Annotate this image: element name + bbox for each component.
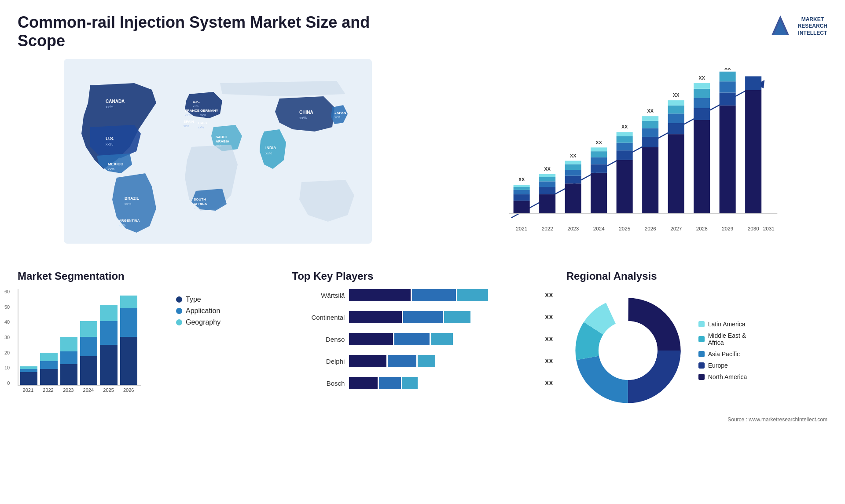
svg-point-109 (599, 321, 657, 380)
world-map-section: CANADA xx% U.S. xx% MEXICO xx% BRAZIL xx… (18, 59, 418, 257)
svg-text:GERMANY: GERMANY (200, 109, 219, 113)
y-label-40: 40 (4, 319, 10, 325)
player-bar-seg2 (394, 333, 430, 345)
legend-latin-america-dot (698, 321, 705, 327)
svg-rect-67 (642, 147, 658, 213)
svg-rect-44 (539, 187, 555, 194)
legend-asia-dot (698, 351, 705, 357)
seg-bar-2026 (120, 289, 137, 385)
svg-text:XX: XX (595, 140, 602, 145)
svg-rect-49 (565, 183, 581, 213)
svg-rect-70 (642, 121, 658, 128)
svg-rect-51 (565, 170, 581, 176)
legend-europe-label: Europe (708, 362, 728, 369)
seg-type-2023 (60, 364, 77, 385)
svg-rect-91 (745, 77, 761, 90)
svg-text:U.S.: U.S. (106, 136, 114, 141)
svg-rect-62 (617, 150, 633, 160)
svg-text:xx%: xx% (185, 113, 191, 117)
legend-type-dot (176, 296, 182, 303)
seg-geo-2025 (100, 305, 117, 321)
svg-text:xx%: xx% (184, 124, 189, 128)
page-title: Common-rail Injection System Market Size… (18, 13, 414, 50)
player-label-denso: XX (545, 336, 553, 343)
svg-rect-50 (565, 176, 581, 184)
player-label-wartsila: XX (545, 292, 553, 299)
svg-text:2031: 2031 (763, 226, 775, 232)
svg-rect-88 (720, 72, 736, 81)
svg-rect-87 (720, 81, 736, 92)
svg-rect-46 (539, 177, 555, 182)
regional-title: Regional Analysis (566, 270, 827, 282)
svg-rect-63 (617, 143, 633, 151)
y-label-10: 10 (4, 365, 10, 370)
key-players-title: Top Key Players (292, 270, 553, 282)
legend-application-dot (176, 308, 182, 314)
player-bar-seg3 (444, 311, 470, 323)
svg-text:CHINA: CHINA (299, 110, 313, 115)
svg-text:xx%: xx% (198, 126, 204, 129)
player-row-continental: Continental XX (292, 311, 553, 323)
player-bars-continental (349, 311, 538, 323)
segmentation-legend: Type Application Geography (176, 296, 220, 326)
player-row-wartsila: Wärtsilä XX (292, 289, 553, 301)
svg-rect-81 (694, 98, 710, 108)
player-label-continental: XX (545, 314, 553, 321)
y-label-20: 20 (4, 350, 10, 355)
player-row-denso: Denso XX (292, 333, 553, 345)
player-bar-seg3 (457, 289, 488, 301)
seg-geo-2024 (80, 321, 97, 337)
svg-text:XX: XX (647, 108, 654, 113)
seg-x-2024: 2024 (80, 387, 97, 393)
svg-text:MEXICO: MEXICO (108, 162, 124, 166)
player-bars-bosch (349, 377, 538, 389)
seg-type-2022 (40, 369, 57, 385)
logo-icon (767, 13, 794, 40)
y-label-30: 30 (4, 335, 10, 340)
player-bar-seg1 (349, 289, 411, 301)
seg-bar-2025 (100, 289, 117, 385)
legend-asia-label: Asia Pacific (708, 351, 740, 358)
svg-rect-80 (694, 108, 710, 120)
legend-middle-east-label: Middle East &Africa (708, 332, 746, 346)
legend-latin-america: Latin America (698, 321, 747, 328)
segmentation-title: Market Segmentation (18, 270, 279, 282)
player-bar-seg1 (349, 311, 402, 323)
svg-rect-61 (617, 160, 633, 214)
donut-container: Latin America Middle East &Africa Asia P… (566, 289, 827, 412)
player-bars-delphi (349, 355, 538, 367)
player-name-continental: Continental (292, 314, 345, 321)
svg-rect-43 (539, 194, 555, 214)
legend-geography-label: Geography (186, 318, 220, 326)
svg-text:xx%: xx% (265, 151, 272, 155)
svg-text:SAUDI: SAUDI (216, 135, 227, 139)
legend-north-america: North America (698, 373, 747, 380)
svg-text:ARABIA: ARABIA (216, 139, 229, 143)
seg-bar-2024 (80, 289, 97, 385)
legend-asia-pacific: Asia Pacific (698, 351, 747, 358)
svg-rect-71 (642, 116, 658, 121)
svg-rect-83 (694, 83, 710, 89)
svg-rect-39 (514, 190, 530, 194)
legend-north-america-label: North America (708, 373, 747, 380)
legend-latin-america-label: Latin America (708, 321, 746, 328)
bar-chart-svg: XX XX XX XX (436, 68, 819, 239)
svg-rect-59 (591, 147, 607, 151)
svg-rect-75 (668, 113, 684, 123)
world-map: CANADA xx% U.S. xx% MEXICO xx% BRAZIL xx… (18, 59, 418, 244)
player-label-bosch: XX (545, 380, 553, 387)
svg-text:xx%: xx% (194, 207, 199, 210)
svg-text:2023: 2023 (567, 226, 579, 232)
seg-app-2026 (120, 308, 137, 337)
legend-type-label: Type (186, 296, 201, 303)
svg-rect-86 (720, 93, 736, 106)
svg-rect-58 (591, 151, 607, 157)
seg-app-2023 (60, 351, 77, 364)
svg-rect-55 (591, 173, 607, 214)
page-header: Common-rail Injection System Market Size… (18, 13, 827, 50)
seg-bar-2023 (60, 289, 77, 385)
key-players-section: Top Key Players Wärtsilä XX Continental (292, 270, 553, 423)
svg-text:2022: 2022 (542, 226, 553, 232)
player-name-bosch: Bosch (292, 380, 345, 387)
svg-rect-76 (668, 106, 684, 114)
